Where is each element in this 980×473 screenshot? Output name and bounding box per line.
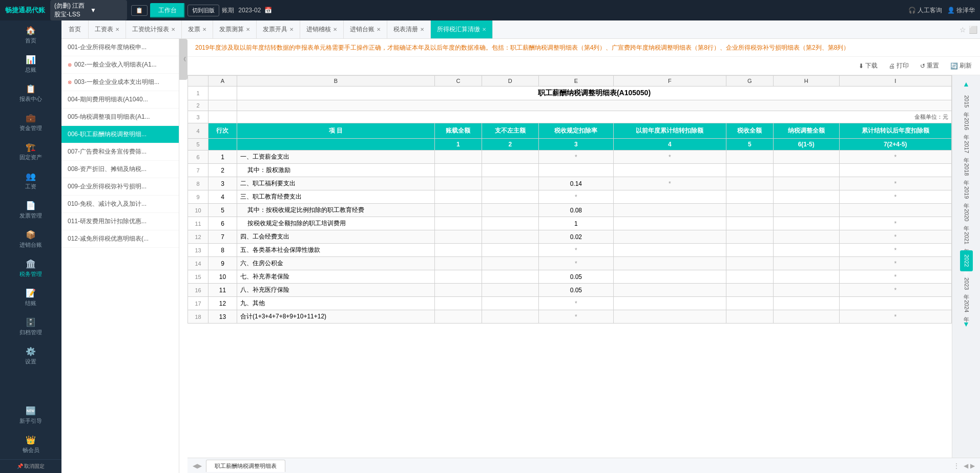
sidebar-label-sales: 进销台账 xyxy=(19,241,42,249)
right-panel: 2019年度涉及取以前年度结转数据的申报表单元格需要手工操作正确，才能确证本年及… xyxy=(187,39,980,473)
company-selector[interactable]: (勿删) 江西股宝-LSS ▼ xyxy=(50,0,127,20)
left-panel-item-4[interactable]: 005-纳税调整项目明细表(A1... xyxy=(61,109,179,126)
col-I: I xyxy=(839,76,952,87)
left-panel-item-5[interactable]: 006-职工薪酬纳税调整明细... xyxy=(61,126,179,143)
bottom-sheet-tab[interactable]: 职工薪酬纳税调整明细表 xyxy=(206,460,285,472)
year-2023[interactable]: 2023年 xyxy=(960,273,973,294)
sidebar-item-fund[interactable]: 💼 资金管理 xyxy=(0,108,61,137)
sidebar-item-tax[interactable]: 🏛️ 税务管理 xyxy=(0,254,61,283)
support-item[interactable]: 🎧 人工客询 xyxy=(908,6,942,15)
payroll-icon: 👥 xyxy=(26,171,36,181)
report-icon: 📋 xyxy=(26,84,36,94)
sheet-options-icon[interactable]: ⋮ xyxy=(953,462,960,469)
reset-button[interactable]: ↺ 重置 xyxy=(917,60,942,72)
left-panel-item-7[interactable]: 008-资产折旧、摊销及纳税... xyxy=(61,161,179,178)
left-panel-item-11[interactable]: 012-减免所得税优惠明细表(... xyxy=(61,230,179,248)
table-row: 18 13 合计(1+3+4+7+8+9+10+11+12) * xyxy=(188,310,952,324)
table-row: 9 4 三、职工教育经费支出 * xyxy=(188,190,952,204)
sidebar-item-invoice[interactable]: 📄 发票管理 xyxy=(0,196,61,225)
tab-close-invoice-calc[interactable]: ✕ xyxy=(246,27,250,32)
year-2021[interactable]: 2021年 xyxy=(960,228,973,248)
headset-icon: 🎧 xyxy=(908,7,916,14)
tab-close-purchase-check[interactable]: ✕ xyxy=(333,27,337,32)
tab-close-payroll-report[interactable]: ✕ xyxy=(171,27,175,32)
sidebar-item-report[interactable]: 📋 报表中心 xyxy=(0,79,61,108)
tab-purchase-check[interactable]: 进销稽核 ✕ xyxy=(300,20,344,39)
sidebar-item-sales[interactable]: 📦 进销台账 xyxy=(0,225,61,254)
tab-close-invoice[interactable]: ✕ xyxy=(202,27,206,32)
table-row: 1 职工薪酬纳税调整明细表(A105050) xyxy=(188,87,952,100)
tab-close-tax-register[interactable]: ✕ xyxy=(420,27,424,32)
tab-close-invoice-open[interactable]: ✕ xyxy=(289,27,294,32)
year-up-button[interactable]: ▲ xyxy=(961,78,972,90)
prev-sheet-button[interactable]: ◀ xyxy=(193,462,197,469)
print-button[interactable]: 🖨 打印 xyxy=(886,60,912,72)
row-num-header xyxy=(188,76,208,87)
year-2015[interactable]: 2015年 xyxy=(960,91,973,112)
sidebar-label-member: 畅会员 xyxy=(23,446,39,454)
tab-purchase-ledger[interactable]: 进销台账 ✕ xyxy=(344,20,387,39)
download-button[interactable]: ⬇ 下载 xyxy=(856,60,881,72)
col-F: F xyxy=(614,76,726,87)
sidebar-item-close[interactable]: 📝 结账 xyxy=(0,283,61,312)
copy-button[interactable]: 📋 xyxy=(131,5,148,16)
left-panel-item-3[interactable]: 004-期间费用明细表(A1040... xyxy=(61,91,179,109)
sidebar-item-ledger[interactable]: 📊 总账 xyxy=(0,50,61,79)
tab-close-income-tax[interactable]: ✕ xyxy=(482,27,486,32)
left-panel-item-6[interactable]: 007-广告费和业务宣传费筛... xyxy=(61,143,179,161)
left-panel-item-8[interactable]: 009-企业所得税弥补亏损明... xyxy=(61,178,179,196)
left-panel-item-10[interactable]: 011-研发费用加计扣除优惠... xyxy=(61,213,179,230)
sidebar-item-archive[interactable]: 🗄️ 归档管理 xyxy=(0,312,61,341)
tab-home[interactable]: 首页 xyxy=(61,20,89,39)
workbench-button[interactable]: 工作台 xyxy=(150,3,185,18)
year-2017[interactable]: 2017年 xyxy=(960,137,973,157)
sales-icon: 📦 xyxy=(26,230,36,240)
refresh-button[interactable]: 🔄 刷新 xyxy=(947,60,975,72)
next-sheet-button[interactable]: ▶ xyxy=(197,462,202,469)
close-books-icon: 📝 xyxy=(26,288,36,298)
year-2022[interactable]: 2022年 xyxy=(960,250,973,271)
left-panel-item-0[interactable]: 001-企业所得税年度纳税申... xyxy=(61,39,179,56)
sidebar-item-home[interactable]: 🏠 首页 xyxy=(0,20,61,50)
switch-old-button[interactable]: 切到旧版 xyxy=(187,5,219,16)
left-panel-item-1[interactable]: ⊗ 002-一般企业收入明细表(A1... xyxy=(61,56,179,74)
chevron-left-icon: 《 xyxy=(181,56,186,63)
tab-invoice[interactable]: 发票 ✕ xyxy=(182,20,213,39)
year-2016[interactable]: 2016年 xyxy=(960,114,973,134)
sidebar-item-payroll[interactable]: 👥 工资 xyxy=(0,166,61,196)
year-2024[interactable]: 2024年 xyxy=(960,296,973,316)
tab-invoice-open[interactable]: 发票开具 ✕ xyxy=(257,20,300,39)
content-body: 001-企业所得税年度纳税申... ⊗ 002-一般企业收入明细表(A1... … xyxy=(61,39,980,473)
star-icon[interactable]: ☆ xyxy=(960,26,966,34)
year-down-button[interactable]: ▼ xyxy=(961,318,972,330)
tab-income-tax[interactable]: 所得税汇算清缴 ✕ xyxy=(431,20,493,39)
tab-payroll-report[interactable]: 工资统计报表 ✕ xyxy=(126,20,182,39)
year-panel: ▲ 2015年 2016年 2017年 2018年 2019年 2020年 20… xyxy=(952,75,980,458)
scroll-right-icon[interactable]: ▶ xyxy=(970,462,975,469)
tab-tax-register[interactable]: 税表清册 ✕ xyxy=(387,20,431,39)
left-panel-item-2[interactable]: ⊗ 003-一般企业业成本支出明细... xyxy=(61,74,179,91)
year-2018[interactable]: 2018年 xyxy=(960,159,973,180)
sidebar-item-guide[interactable]: 🆕 新手引导 xyxy=(0,401,61,430)
year-2019[interactable]: 2019年 xyxy=(960,182,973,203)
maximize-icon[interactable]: ⬜ xyxy=(969,26,977,34)
tab-payroll[interactable]: 工资表 ✕ xyxy=(89,20,126,39)
collapse-button[interactable]: 《 xyxy=(179,39,187,80)
cancel-fixed-button[interactable]: 📌 取消固定 xyxy=(0,459,61,473)
sidebar-item-asset[interactable]: 🏗️ 固定资产 xyxy=(0,137,61,166)
sidebar-item-settings[interactable]: ⚙️ 设置 xyxy=(0,341,61,371)
user-avatar: 👤 xyxy=(947,7,955,14)
reset-icon: ↺ xyxy=(920,62,925,70)
year-2020[interactable]: 2020年 xyxy=(960,205,973,225)
left-panel-item-9[interactable]: 010-免税、减计收入及加计... xyxy=(61,196,179,213)
tab-invoice-calc[interactable]: 发票测算 ✕ xyxy=(213,20,257,39)
refresh-icon: 🔄 xyxy=(950,62,958,70)
tab-close-purchase-ledger[interactable]: ✕ xyxy=(377,27,381,32)
table-row: 2 xyxy=(188,100,952,111)
user-item[interactable]: 👤 徐泽华 xyxy=(947,6,975,15)
sidebar-item-member[interactable]: 👑 畅会员 xyxy=(0,430,61,459)
scroll-left-icon[interactable]: ◀ xyxy=(964,462,968,469)
table-row: 15 10 七、补充养老保险 0.05 xyxy=(188,270,952,284)
left-panel: 001-企业所得税年度纳税申... ⊗ 002-一般企业收入明细表(A1... … xyxy=(61,39,179,473)
tab-close-payroll[interactable]: ✕ xyxy=(115,27,119,32)
